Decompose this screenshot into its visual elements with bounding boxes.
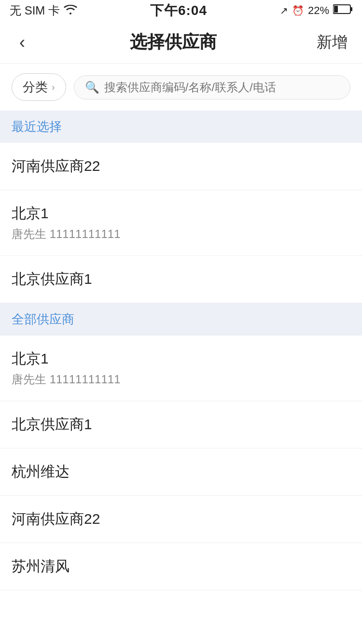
list-item-name: 河南供应商22 (12, 156, 350, 176)
recent-section-header: 最近选择 (0, 111, 362, 143)
list-item[interactable]: 河南供应商22 (0, 143, 362, 190)
list-item[interactable]: 苏州清风 (0, 543, 362, 590)
status-right: ↗ ⏰ 22% (280, 4, 352, 17)
list-item-name: 苏州清风 (12, 557, 350, 576)
recent-section-label: 最近选择 (12, 119, 62, 134)
list-item-sub: 唐先生 11111111111 (12, 372, 350, 387)
list-item-sub: 唐先生 11111111111 (12, 226, 350, 242)
battery-icon (333, 4, 352, 17)
page-title: 选择供应商 (130, 30, 217, 54)
list-item[interactable]: 河南供应商22 (0, 496, 362, 543)
list-item[interactable]: 北京1唐先生 11111111111 (0, 336, 362, 401)
list-item-name: 杭州维达 (12, 462, 350, 482)
list-item[interactable]: 北京供应商1 (0, 256, 362, 303)
alarm-icon: ⏰ (292, 5, 304, 16)
all-section-header: 全部供应商 (0, 303, 362, 336)
list-item-name: 北京1 (12, 349, 350, 369)
search-box: 🔍 (74, 75, 350, 99)
list-item-name: 北京1 (12, 204, 350, 224)
filter-bar: 分类 › 🔍 (0, 64, 362, 111)
status-time: 下午6:04 (150, 1, 207, 20)
no-sim-label: 无 SIM 卡 (10, 3, 60, 18)
search-input[interactable] (104, 81, 339, 94)
status-left: 无 SIM 卡 (10, 3, 77, 18)
list-item-name: 河南供应商22 (12, 509, 350, 529)
back-button[interactable]: ‹ (14, 28, 30, 57)
list-item[interactable]: 北京1唐先生 11111111111 (0, 190, 362, 256)
add-button[interactable]: 新增 (317, 32, 348, 53)
search-icon: 🔍 (85, 81, 99, 94)
all-items-list: 北京1唐先生 11111111111北京供应商1杭州维达河南供应商22苏州清风 (0, 336, 362, 590)
svg-rect-1 (350, 7, 352, 11)
list-item-name: 北京供应商1 (12, 269, 350, 289)
wifi-icon (64, 4, 77, 17)
svg-rect-2 (334, 6, 338, 13)
list-item[interactable]: 杭州维达 (0, 448, 362, 496)
location-icon: ↗ (280, 5, 288, 16)
list-item-name: 北京供应商1 (12, 415, 350, 434)
nav-bar: ‹ 选择供应商 新增 (0, 21, 362, 64)
category-label: 分类 (23, 79, 48, 96)
status-bar: 无 SIM 卡 下午6:04 ↗ ⏰ 22% (0, 0, 362, 21)
category-button[interactable]: 分类 › (12, 73, 66, 101)
recent-items-list: 河南供应商22北京1唐先生 11111111111北京供应商1 (0, 143, 362, 303)
battery-label: 22% (308, 4, 329, 17)
chevron-right-icon: › (52, 82, 55, 93)
all-section-label: 全部供应商 (12, 312, 74, 326)
list-item[interactable]: 北京供应商1 (0, 401, 362, 448)
